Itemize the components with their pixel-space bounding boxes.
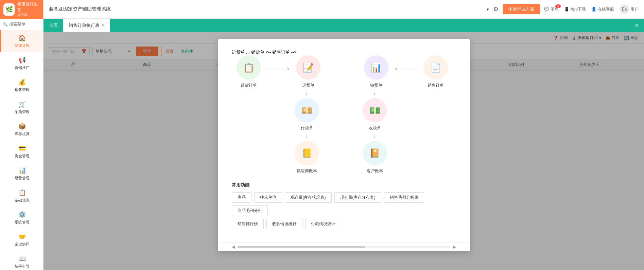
sales-bill-icon: 📊 [364, 55, 388, 80]
sidebar-nav: 🏠 快捷导航 📢 营销推广 💰 销售管理 🛒 采购管理 📦 库存核算 💳 [0, 30, 43, 270]
func-btn-product-margin[interactable]: 商品毛利分析 [232, 205, 268, 216]
operations-icon: 📊 [18, 167, 26, 174]
func-title: 常用功能 [232, 182, 456, 188]
service-icon: 👤 [591, 7, 596, 12]
customer-account-icon: 📔 [363, 141, 387, 165]
purchase-bill-icon: 📝 [296, 55, 320, 80]
sidebar: 🌿 畅康通好生意 标准版 🔍 搜索菜单 🏠 快捷导航 📢 营销推广 💰 销售管理 [0, 0, 43, 270]
topbar: 装备及固定资产辅助管理系统 ▾ ⚙ 体验行业方案 💬 消息 5 📱 App下载 … [43, 0, 644, 19]
message-btn[interactable]: 💬 消息 5 [544, 6, 559, 12]
flow-diagram: 进货单 ... 销货单 <-- 销售订单 --> 📋 进货订单 [232, 49, 456, 174]
finance-icon: 💳 [18, 145, 26, 152]
flow-node-purchase-order[interactable]: 📋 进货订单 [232, 55, 266, 88]
func-btn-sales-ranking[interactable]: 销售排行榜 [232, 219, 264, 229]
search-menu[interactable]: 🔍 搜索菜单 [0, 19, 43, 30]
modal-content: 进货单 ... 销货单 <-- 销售订单 --> 📋 进货订单 [218, 39, 470, 242]
func-buttons-row1: 商品 往来单位 现存量(库存状况表) 现存量(库存分布表) 销售毛利分析表 商品… [232, 192, 456, 216]
common-functions: 常用功能 商品 往来单位 现存量(库存状况表) 现存量(库存分布表) 销售毛利分… [232, 182, 456, 229]
sidebar-item-newbie[interactable]: 📖 新手引导 [0, 251, 43, 270]
newbie-icon: 📖 [18, 255, 26, 263]
enterprise-icon: 🤝 [18, 233, 26, 240]
flow-col-receipt: ↓ 💵 收款单 ↓ 📔 客户账本 [358, 90, 392, 174]
sidebar-item-finance[interactable]: 💳 资金管理 [0, 141, 43, 163]
flow-node-supplier-account[interactable]: 📒 供应商账本 [295, 141, 319, 174]
func-btn-payment-stats[interactable]: 付款情况统计 [305, 219, 341, 229]
modal-scrollbar: ◀ ▶ [218, 242, 470, 251]
flow-node-purchase-bill[interactable]: 📝 进货单 [291, 55, 325, 88]
basic-info-icon: 📋 [18, 189, 26, 196]
sidebar-item-sales[interactable]: 💰 销售管理 [0, 74, 43, 96]
experience-btn[interactable]: 体验行业方案 [503, 4, 540, 14]
sidebar-logo: 🌿 畅康通好生意 标准版 [0, 0, 43, 19]
sidebar-item-inventory[interactable]: 📦 库存核算 [0, 119, 43, 141]
inventory-icon: 📦 [18, 123, 26, 130]
content-area: ❓ 帮助 🖨 按模板打印 ▾ 📤 导出 🔄 刷新 [43, 32, 644, 270]
scrollbar-track [238, 246, 450, 248]
online-service-btn[interactable]: 👤 在线客服 [591, 6, 614, 12]
system-icon: ⚙️ [18, 211, 26, 218]
topbar-actions: 💬 消息 5 📱 App下载 👤 在线客服 Ea 用户 [544, 4, 639, 14]
flow-modal: 进货单 ... 销货单 <-- 销售订单 --> 📋 进货订单 [218, 39, 470, 251]
tab-home[interactable]: 首页 [43, 19, 63, 32]
sidebar-item-enterprise[interactable]: 🤝 企业协同 [0, 229, 43, 251]
flow-col-payment: ↓ 💴 付款单 ↓ 📒 供应商账本 [290, 90, 324, 174]
func-btn-stock-status[interactable]: 现存量(库存状况表) [285, 192, 332, 203]
avatar: Ea [620, 4, 629, 14]
down-arrow-receipt: ↓ [373, 90, 376, 97]
sales-order-icon: 📄 [423, 55, 448, 80]
chevron-down-icon: ▾ [487, 7, 489, 12]
system-dropdown[interactable]: ▾ [487, 7, 489, 12]
func-btn-sales-margin[interactable]: 销售毛利分析表 [384, 192, 424, 203]
system-title: 装备及固定资产辅助管理系统 [49, 6, 483, 12]
payment-icon: 💴 [295, 98, 319, 123]
quick-guide-icon: 🏠 [18, 34, 26, 42]
logo-icon: 🌿 [3, 3, 15, 16]
download-icon: 📱 [564, 7, 569, 12]
flow-node-customer-account[interactable]: 📔 客户账本 [363, 141, 387, 174]
flow-node-sales-order[interactable]: 📄 销售订单 [419, 55, 453, 88]
supplier-account-icon: 📒 [295, 141, 319, 165]
purchase-icon: 🛒 [18, 101, 26, 108]
func-btn-stock-dist[interactable]: 现存量(库存分布表) [334, 192, 381, 203]
scrollbar-thumb [238, 246, 365, 248]
tab-sales-order[interactable]: 销售订单执行表 × [63, 19, 110, 32]
sidebar-item-operations[interactable]: 📊 经营管理 [0, 163, 43, 185]
search-icon: 🔍 [3, 22, 8, 27]
func-btn-receipt-stats[interactable]: 收款情况统计 [266, 219, 302, 229]
main-area: 装备及固定资产辅助管理系统 ▾ ⚙ 体验行业方案 💬 消息 5 📱 App下载 … [43, 0, 644, 270]
sales-icon: 💰 [18, 78, 26, 86]
flow-node-receipt[interactable]: 💵 收款单 [363, 98, 387, 131]
sidebar-item-purchase[interactable]: 🛒 采购管理 [0, 96, 43, 119]
sidebar-item-system[interactable]: ⚙️ 系统管理 [0, 207, 43, 229]
user-menu[interactable]: Ea 用户 [620, 4, 639, 14]
func-btn-product[interactable]: 商品 [232, 192, 251, 203]
flow-node-sales-bill[interactable]: 📊 销货单 [359, 55, 393, 88]
message-icon: 💬 [544, 7, 549, 12]
sidebar-item-quick-guide[interactable]: 🏠 快捷导航 [0, 30, 43, 52]
func-buttons-row2: 销售排行榜 收款情况统计 付款情况统计 [232, 219, 456, 229]
down-arrow-receipt-2: ↓ [373, 132, 376, 140]
tabbar: 首页 销售订单执行表 × × [43, 19, 644, 32]
sidebar-item-marketing[interactable]: 📢 营销推广 [0, 52, 43, 74]
tab-close-icon[interactable]: × [102, 23, 105, 28]
arrow-purchase-to-bill [266, 67, 291, 71]
message-badge: 5 [555, 4, 561, 8]
scroll-right-btn[interactable]: ▶ [453, 245, 456, 249]
marketing-icon: 📢 [18, 56, 26, 64]
settings-icon[interactable]: ⚙ [493, 5, 499, 13]
flow-node-payment[interactable]: 💴 付款单 [295, 98, 319, 131]
down-arrow-payment-2: ↓ [305, 132, 308, 140]
down-arrow-payment: ↓ [305, 90, 308, 97]
func-btn-partners[interactable]: 往来单位 [254, 192, 282, 203]
tabbar-close-btn[interactable]: × [629, 22, 644, 29]
sidebar-item-basic-info[interactable]: 📋 基础信息 [0, 185, 43, 207]
arrow-sales-order-to-bill [393, 67, 419, 71]
scroll-left-btn[interactable]: ◀ [232, 245, 235, 249]
purchase-order-icon: 📋 [237, 55, 261, 80]
logo-text: 畅康通好生意 标准版 [17, 2, 40, 17]
modal-overlay[interactable]: 进货单 ... 销货单 <-- 销售订单 --> 📋 进货订单 [43, 32, 644, 270]
receipt-icon: 💵 [363, 98, 387, 123]
app-download-btn[interactable]: 📱 App下载 [564, 6, 586, 12]
